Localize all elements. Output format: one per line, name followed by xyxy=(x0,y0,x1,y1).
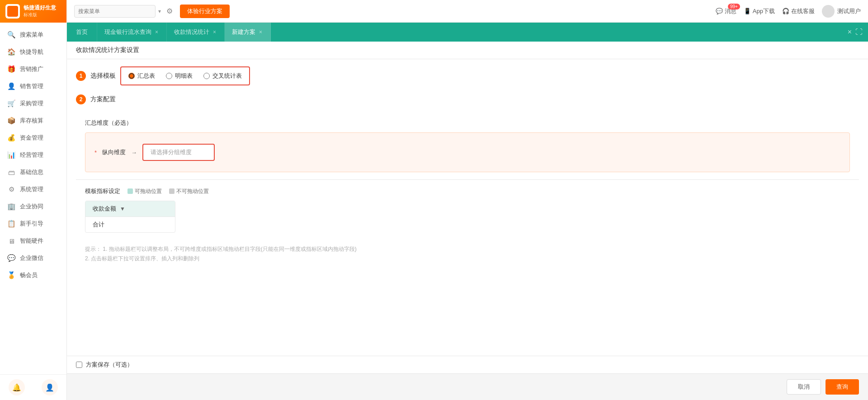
tab-collection-label: 收款情况统计 xyxy=(174,28,209,36)
draggable-dot xyxy=(127,188,133,194)
tab-new-plan[interactable]: 新建方案 × xyxy=(225,23,271,42)
sidebar-label-wechat: 企业微信 xyxy=(20,254,43,262)
option-summary[interactable]: 汇总表 xyxy=(128,72,155,80)
sidebar-item-enterprise[interactable]: 🏢 企业协同 xyxy=(0,198,66,215)
guide-icon: 📋 xyxy=(7,220,15,228)
search-icon: 🔍 xyxy=(7,31,15,39)
tab-home[interactable]: 首页 xyxy=(67,23,97,42)
save-checkbox[interactable] xyxy=(76,362,82,368)
user-profile-button[interactable]: 测试用户 xyxy=(822,5,861,18)
sidebar-label-member: 畅会员 xyxy=(20,271,38,279)
draggable-label: 可拖动位置 xyxy=(135,188,162,195)
sidebar-item-member[interactable]: 🏅 畅会员 xyxy=(0,267,66,284)
tab-home-label: 首页 xyxy=(76,28,88,36)
app-download-button[interactable]: 📱 App下载 xyxy=(744,7,775,15)
sidebar-nav: 🔍 搜索菜单 🏠 快捷导航 🎁 营销推广 👤 销售管理 🛒 采购管理 📦 库存核… xyxy=(0,23,66,374)
option-detail[interactable]: 明细表 xyxy=(166,72,193,80)
tabs-right-buttons: × ⛶ xyxy=(842,23,868,42)
tab-cashflow-close[interactable]: × xyxy=(154,28,159,36)
close-tab-icon[interactable]: × xyxy=(848,28,852,36)
database-icon: 🗃 xyxy=(7,168,15,176)
sidebar-item-sales[interactable]: 👤 销售管理 xyxy=(0,78,66,95)
sidebar-item-guide[interactable]: 📋 新手引导 xyxy=(0,215,66,232)
radio-summary[interactable] xyxy=(128,73,135,79)
sidebar-item-inventory[interactable]: 📦 库存核算 xyxy=(0,112,66,129)
settings-icon[interactable]: ⚙ xyxy=(166,7,173,15)
sidebar-label-sales: 销售管理 xyxy=(20,82,43,90)
gear-icon: ⚙ xyxy=(7,185,15,193)
step2-header: 2 方案配置 xyxy=(76,94,859,104)
sidebar-item-wechat[interactable]: 💬 企业微信 xyxy=(0,249,66,267)
main-area: ▾ ⚙ 体验行业方案 💬 消息 99+ 📱 App下载 🎧 在线客服 测试用户 xyxy=(67,0,868,400)
sidebar-item-purchase[interactable]: 🛒 采购管理 xyxy=(0,95,66,112)
username-label: 测试用户 xyxy=(837,7,861,15)
industry-solution-button[interactable]: 体验行业方案 xyxy=(180,5,230,18)
sidebar-item-marketing[interactable]: 🎁 营销推广 xyxy=(0,61,66,78)
action-bar: 取消 查询 xyxy=(67,373,868,400)
sidebar-label-marketing: 营销推广 xyxy=(20,65,43,73)
tab-cashflow[interactable]: 现金银行流水查询 × xyxy=(97,23,167,42)
logo-icon xyxy=(7,6,18,17)
topbar-search-area: ▾ xyxy=(74,5,161,18)
tab-new-plan-close[interactable]: × xyxy=(258,28,263,36)
sidebar-item-search-menu[interactable]: 🔍 搜索菜单 xyxy=(0,26,66,43)
sidebar-item-system[interactable]: ⚙ 系统管理 xyxy=(0,181,66,198)
tab-collection[interactable]: 收款情况统计 × xyxy=(167,23,225,42)
dimension-placeholder: 请选择分组维度 xyxy=(151,148,192,156)
tab-cashflow-label: 现金银行流水查询 xyxy=(104,28,151,36)
hardware-icon: 🖥 xyxy=(7,237,15,245)
chevron-down-icon[interactable]: ▾ xyxy=(158,8,161,14)
vertical-dimension-label: 纵向维度 xyxy=(102,148,126,156)
sidebar-item-basic[interactable]: 🗃 基础信息 xyxy=(0,164,66,181)
sidebar-header: 畅捷通好生意 标准版 xyxy=(0,0,66,23)
tab-collection-close[interactable]: × xyxy=(212,28,217,36)
sidebar-label-operations: 经营管理 xyxy=(20,151,43,159)
fixed-label: 不可拖动位置 xyxy=(176,188,209,195)
tabs-bar: 首页 现金银行流水查询 × 收款情况统计 × 新建方案 × × ⛶ xyxy=(67,23,868,42)
sidebar-item-quick-nav[interactable]: 🏠 快捷导航 xyxy=(0,43,66,61)
sidebar-label-hardware: 智能硬件 xyxy=(20,237,43,245)
sidebar-item-finance[interactable]: 💰 资金管理 xyxy=(0,129,66,146)
dimension-row: * 纵向维度 → 请选择分组维度 xyxy=(94,144,215,161)
fixed-dot xyxy=(169,188,175,194)
sidebar-label-quick-nav: 快捷导航 xyxy=(20,48,43,56)
sidebar-item-operations[interactable]: 📊 经营管理 xyxy=(0,146,66,164)
content-area: 收款情况统计方案设置 1 选择模板 汇总表 明细表 xyxy=(67,42,868,400)
sidebar-item-hardware[interactable]: 🖥 智能硬件 xyxy=(0,232,66,249)
form-content: 1 选择模板 汇总表 明细表 交叉统计表 xyxy=(67,59,868,356)
dimension-area: * 纵向维度 → 请选择分组维度 xyxy=(85,132,850,172)
sidebar-footer-btn-left[interactable]: 🔔 xyxy=(9,379,25,395)
metrics-subtotal: 合计 xyxy=(93,221,104,229)
template-options: 汇总表 明细表 交叉统计表 xyxy=(120,66,250,85)
metrics-dropdown-icon[interactable]: ▼ xyxy=(120,206,125,212)
wechat-icon: 💬 xyxy=(7,254,15,262)
metrics-section: 模板指标设定 可拖动位置 不可拖动位置 收款金额 ▼ xyxy=(76,179,859,240)
sidebar-edition: 标准版 xyxy=(24,12,56,18)
sidebar-footer: 🔔 👤 xyxy=(0,374,66,400)
dimension-section-title: 汇总维度（必选） xyxy=(85,119,850,127)
step1-number: 1 xyxy=(76,71,86,81)
gift-icon: 🎁 xyxy=(7,65,15,73)
online-service-button[interactable]: 🎧 在线客服 xyxy=(782,7,815,15)
option-cross[interactable]: 交叉统计表 xyxy=(203,72,242,80)
page-header: 收款情况统计方案设置 xyxy=(67,42,868,59)
tips-line1: 提示： 1. 拖动标题栏可以调整布局，不可跨维度或指标区域拖动栏目字段(只能在同… xyxy=(85,245,850,253)
group-dimension-select[interactable]: 请选择分组维度 xyxy=(142,144,215,161)
radio-detail[interactable] xyxy=(166,73,172,79)
step2-title: 方案配置 xyxy=(90,95,116,104)
sidebar-label-finance: 资金管理 xyxy=(20,134,43,142)
search-input[interactable] xyxy=(74,5,156,18)
save-label: 方案保存（可选） xyxy=(86,361,133,369)
metrics-header-row: 收款金额 ▼ xyxy=(85,201,175,217)
step1-header: 1 选择模板 汇总表 明细表 交叉统计表 xyxy=(76,66,859,85)
headset-icon: 🎧 xyxy=(782,8,789,14)
maximize-icon[interactable]: ⛶ xyxy=(855,28,863,36)
notification-button[interactable]: 💬 消息 99+ xyxy=(716,7,736,15)
money-icon: 💰 xyxy=(7,134,15,142)
sidebar-footer-btn-right[interactable]: 👤 xyxy=(42,379,58,395)
topbar-right: 💬 消息 99+ 📱 App下载 🎧 在线客服 测试用户 xyxy=(716,5,861,18)
cancel-button[interactable]: 取消 xyxy=(787,379,821,395)
radio-cross[interactable] xyxy=(203,73,210,79)
query-button[interactable]: 查询 xyxy=(826,379,859,395)
user-icon: 👤 xyxy=(7,82,15,90)
